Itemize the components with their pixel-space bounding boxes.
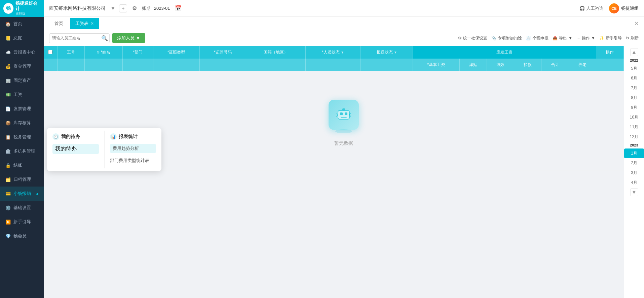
th-checkbox[interactable] — [44, 46, 57, 59]
popup-item-dept-cost[interactable]: 部门费用类型统计表 — [110, 156, 156, 166]
th-salary-group: 应发工资 — [413, 46, 596, 59]
toolbar: 🔍 添加人员 ▼ ⚙ 统一社保设置 📎 专项附加扣除 🧾 个税申报 📤 导出 ▼ — [44, 30, 644, 46]
settings-button[interactable]: ⚙ — [130, 4, 139, 12]
export-icon: 📤 — [553, 36, 558, 40]
sidebar-item-multi-org[interactable]: 🏛️ 多机构管理 — [0, 144, 44, 158]
select-all-checkbox[interactable] — [48, 50, 52, 54]
sidebar-item-invoice[interactable]: 📄 发票管理 — [0, 102, 44, 116]
calendar-nav-up[interactable]: ▲ — [630, 48, 638, 56]
th-actions: 操作 — [596, 46, 623, 59]
report-section-icon: 📊 — [110, 133, 117, 140]
new-guide-icon: ✨ — [599, 36, 604, 40]
send-filter-icon[interactable]: ▼ — [394, 51, 397, 54]
th-sub-empty9 — [361, 59, 413, 71]
th-pension: 养老 — [569, 59, 596, 71]
calendar-icon[interactable]: 📅 — [175, 5, 182, 11]
cal-month-12[interactable]: 12月 — [624, 132, 644, 142]
popup-menu: 🕐 我的待办 我的待办 📊 报表统计 费用趋势分析 部门费用类型统计表 — [47, 128, 161, 171]
sidebar-item-ledger[interactable]: 📒 总账 — [0, 31, 44, 45]
svg-rect-3 — [341, 117, 347, 118]
user-menu[interactable]: CE 畅捷通组 — [609, 3, 639, 13]
popup-row: 🕐 我的待办 我的待办 📊 报表统计 费用趋势分析 部门费用类型统计表 — [47, 128, 161, 171]
toolbar-actions: ⚙ 统一社保设置 📎 专项附加扣除 🧾 个税申报 📤 导出 ▼ ⋯ 操作 ▼ — [458, 35, 639, 41]
th-sub-empty5 — [153, 59, 199, 71]
sidebar-item-xiaochang[interactable]: 💳 小畅报销 ◀ — [0, 187, 44, 201]
sidebar-item-salary[interactable]: 💵 工资 — [0, 88, 44, 102]
sidebar-item-archive[interactable]: 🗂️ 归档管理 — [0, 172, 44, 187]
th-sub-empty6 — [199, 59, 246, 71]
calendar-year-2022: 2022 — [630, 57, 638, 64]
cal-month-3[interactable]: 3月 — [624, 168, 644, 178]
operate-action[interactable]: ⋯ 操作 ▼ — [576, 35, 595, 41]
cal-month-1-active[interactable]: 1月 — [624, 148, 644, 158]
sidebar-item-new-guide[interactable]: ▶️ 新手引导 — [0, 215, 44, 229]
cal-month-10[interactable]: 10月 — [624, 112, 644, 122]
social-insurance-icon: ⚙ — [458, 36, 462, 40]
sidebar-item-basic-settings[interactable]: ⚙️ 基础设置 — [0, 201, 44, 215]
tab-close-icon[interactable]: ✕ — [90, 21, 94, 26]
cal-month-11[interactable]: 11月 — [624, 122, 644, 132]
company-dropdown-icon[interactable]: ▼ — [110, 5, 116, 11]
empty-text: 暂无数据 — [334, 140, 353, 146]
sidebar-item-home[interactable]: 🏠 首页 — [0, 17, 44, 31]
sidebar: 畅 畅捷通好会计 旗舰版 🏠 首页 📒 总账 ☁️ 云报表中心 💰 资金管理 🏢… — [0, 0, 44, 298]
invoice-icon: 📄 — [5, 106, 11, 111]
th-deduct: 扣款 — [514, 59, 541, 71]
th-sub-empty3 — [84, 59, 122, 71]
cal-month-8[interactable]: 8月 — [624, 93, 644, 103]
cal-month-6[interactable]: 6月 — [624, 73, 644, 83]
search-input[interactable] — [52, 36, 99, 40]
sidebar-item-inventory[interactable]: 📦 库存核算 — [0, 116, 44, 130]
sidebar-item-fund[interactable]: 💰 资金管理 — [0, 59, 44, 73]
calendar-year-2023: 2023 — [630, 142, 638, 148]
svg-rect-2 — [345, 112, 347, 115]
tab-salary-table[interactable]: 工资表 ✕ — [70, 18, 99, 29]
th-department: *部门 — [122, 46, 153, 59]
user-name: 畅捷通组 — [621, 5, 639, 11]
cal-month-4[interactable]: 4月 — [624, 178, 644, 188]
close-all-tabs-icon[interactable]: ✕ — [634, 21, 639, 26]
operate-dropdown-icon: ▼ — [591, 36, 595, 40]
refresh-action[interactable]: ↻ 刷新 — [626, 35, 639, 41]
filter-icon[interactable]: ▼ — [341, 51, 344, 54]
personal-tax-action[interactable]: 🧾 个税申报 — [526, 35, 548, 41]
personal-tax-icon: 🧾 — [526, 36, 531, 40]
th-id-type: *证照类型 — [153, 46, 199, 59]
sidebar-item-vip[interactable]: 💎 畅会员 — [0, 229, 44, 243]
period-label: 账期 — [142, 5, 151, 11]
tab-home[interactable]: 首页 — [49, 18, 69, 29]
pending-section-icon: 🕐 — [52, 133, 59, 140]
top-header: 西安虾米网络科技有限公司 ▼ + ⚙ 账期 2023-01 📅 🎧 人工咨询 C… — [44, 0, 644, 17]
new-guide-action[interactable]: ✨ 新手引导 — [599, 35, 622, 41]
popup-item-cost-trend[interactable]: 费用趋势分析 — [110, 144, 156, 153]
cal-month-7[interactable]: 7月 — [624, 83, 644, 93]
cal-month-2[interactable]: 2月 — [624, 158, 644, 168]
settings-icon: ⚙️ — [5, 205, 11, 210]
popup-item-pending[interactable]: 我的待办 — [52, 144, 99, 154]
sidebar-item-tax[interactable]: 📋 税务管理 — [0, 130, 44, 144]
add-person-button[interactable]: 添加人员 ▼ — [112, 33, 145, 43]
special-deduct-action[interactable]: 📎 专项附加扣除 — [491, 35, 522, 41]
robot-svg — [335, 106, 352, 123]
guide-icon: ▶️ — [5, 220, 11, 225]
operate-icon: ⋯ — [576, 36, 580, 40]
calendar-nav-down[interactable]: ▼ — [630, 188, 638, 196]
home-icon: 🏠 — [5, 22, 11, 27]
fixed-assets-icon: 🏢 — [5, 78, 11, 83]
cal-month-5[interactable]: 5月 — [624, 64, 644, 73]
popup-section-title-report: 📊 报表统计 — [110, 133, 156, 140]
sidebar-item-cloud-report[interactable]: ☁️ 云报表中心 — [0, 45, 44, 59]
search-icon: 🔍 — [101, 35, 108, 41]
popup-col-report: 📊 报表统计 费用趋势分析 部门费用类型统计表 — [105, 128, 162, 171]
support-button[interactable]: 🎧 人工咨询 — [579, 5, 604, 11]
sidebar-logo: 畅 畅捷通好会计 旗舰版 — [0, 0, 44, 17]
cal-month-9[interactable]: 9月 — [624, 103, 644, 112]
social-insurance-action[interactable]: ⚙ 统一社保设置 — [458, 35, 487, 41]
export-action[interactable]: 📤 导出 ▼ — [553, 35, 572, 41]
add-company-button[interactable]: + — [119, 4, 127, 12]
th-performance: 绩效 — [487, 59, 514, 71]
sort-icon[interactable]: ⇅ — [97, 51, 100, 54]
sidebar-item-fixed-assets[interactable]: 🏢 固定资产 — [0, 73, 44, 88]
period-value: 2023-01 — [154, 6, 170, 11]
sidebar-item-close[interactable]: 🔒 结账 — [0, 158, 44, 172]
